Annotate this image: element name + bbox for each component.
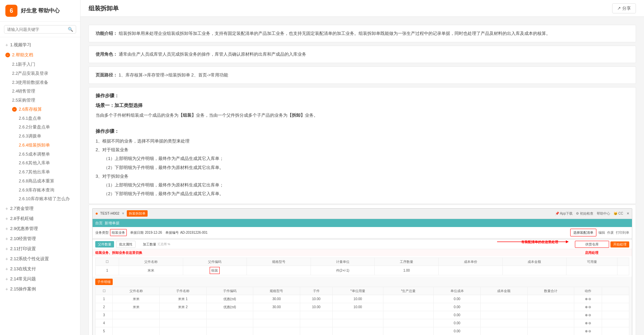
cell-cost-total (502, 266, 567, 275)
case-expand-icon: + (5, 286, 8, 292)
main-content: 组装拆卸单 ↗ 分享 功能介绍： 组装拆卸单用来处理企业组装或拆卸等加工业务，支… (80, 0, 644, 335)
sidebar-item-case[interactable]: + 2.15操作案例 (0, 284, 80, 294)
child-col-child: 子件名称 (159, 287, 206, 295)
col-available: 可用量 (567, 258, 618, 266)
sidebar-item-finance[interactable]: + 2.7资金管理 (0, 204, 80, 214)
chrome-close: ✕ (627, 211, 629, 216)
custom-expand-icon: + (5, 256, 8, 262)
sidebar-item-print[interactable]: + 2.11打印设置 (0, 244, 80, 254)
sidebar-item-inventory[interactable]: − 2.6库存核算 (9, 105, 80, 114)
chrome-logo: ● (95, 210, 98, 218)
search-input[interactable] (7, 27, 68, 32)
child-table-container: 子件明细 ☐ 父件名称 子件名称 子件编码 规格型号 子件 *单位用量 (93, 277, 632, 335)
cell-count: 1.00 (375, 266, 439, 275)
sidebar-item-ops[interactable]: + 2.10经营管理 (0, 234, 80, 244)
form-num-field: 单据编号 AD-20191226-001 (165, 230, 208, 235)
qty-hint: 汇总用 % (158, 242, 170, 247)
sidebar-item-inventory-label: 2.6库存核算 (19, 106, 42, 113)
form-date-field: 单据日期 2019-12-26 (130, 230, 162, 235)
sidebar-item-faq[interactable]: + 2.14常见问题 (0, 274, 80, 284)
parent-table: ☐ 父件名称 父件编码 规格型号 计量单位 工序数量 成本单价 成本金额 可用量 (95, 258, 629, 275)
annotation-top: 有装配清单的在这里处理 (93, 238, 632, 240)
tab-inactive: 批次属性 (116, 241, 136, 248)
col-ops (617, 258, 629, 266)
action-print: 打印到单 (616, 230, 629, 235)
child-col-parent: 父件名称 (113, 287, 160, 295)
cell-name: 米米 (119, 266, 183, 275)
print-expand-icon: + (5, 246, 8, 252)
cell-check: 1 (96, 266, 119, 275)
inventory-bullet: − (12, 107, 17, 112)
sidebar-item-costadj[interactable]: 2.6.5成本调整单 (16, 150, 80, 159)
sidebar-item-otherout[interactable]: 2.6.7其他出库单 (16, 168, 80, 177)
sidebar-item-ledgererror[interactable]: 2.6.10库存账本错了怎么办 (16, 194, 80, 204)
col-totalcost: 成本金额 (502, 258, 567, 266)
sidebar-item-newbie[interactable]: 2.1新手入门 (9, 60, 80, 69)
sidebar-item-stocktake[interactable]: 2.6.1盘点单 (16, 114, 80, 123)
share-label: 分享 (622, 5, 631, 11)
sidebar-item-sales[interactable]: 2.4销售管理 (9, 87, 80, 96)
faq-expand-icon: + (5, 276, 8, 282)
sidebar-item-payment[interactable]: + 2.13在线支付 (0, 264, 80, 274)
sidebar-item-adjust[interactable]: 2.6.3调拨单 (16, 132, 80, 141)
sidebar-item-video[interactable]: + 1.视频学习 (0, 40, 80, 50)
screenshot-mock: ● TEST-H002 ▼ 拆装拆卸单 📌 App下载 ⚙ 初始检查 帮助中心 … (92, 208, 632, 335)
col-parent-code: 父件编码 (183, 258, 247, 266)
type-input: 组装业务 (110, 229, 127, 236)
sidebar-item-ops-label: 2.10经营管理 (10, 236, 36, 242)
qty-field: 加工数量 汇总用 % (143, 241, 170, 247)
sidebar-item-data[interactable]: 2.3使用前数据准备 (9, 78, 80, 87)
sidebar-item-otherin[interactable]: 2.6.6其他入库单 (16, 159, 80, 168)
sidebar-item-ledger[interactable]: 2.6.9库存账本查询 (16, 186, 80, 195)
child-col-cost1: 单位成本 (434, 287, 481, 295)
parent-row-1: 1 米米 组装 件(2+/-1) 1.00 (96, 266, 629, 275)
sidebar-item-purchase[interactable]: 2.5采购管理 (9, 96, 80, 105)
action-delete: 作废 (607, 230, 614, 235)
path-text: 1、库存核算->库存管理->组装拆卸单 2、首页->常用功能 (119, 72, 228, 77)
nav-home: 自页 (95, 220, 103, 226)
sidebar-item-coupon[interactable]: + 2.9优惠券管理 (0, 224, 80, 234)
type-label: 业务类型 (95, 230, 109, 235)
search-icon: 🔍 (68, 27, 73, 32)
sidebar-item-assembly[interactable]: 2.6.4组装拆卸单 (16, 141, 80, 150)
sidebar-item-custom[interactable]: + 2.12系统个性化设置 (0, 254, 80, 264)
sidebar-item-splitstocktake[interactable]: 2.6.2分量盘点单 (16, 123, 80, 132)
step2: 2、对于组装业务 (96, 146, 629, 154)
sidebar-item-costrecalc[interactable]: 2.6.8商品成本重算 (16, 177, 80, 186)
search-box[interactable]: 🔍 (4, 25, 76, 34)
col-spec: 规格型号 (247, 258, 311, 266)
form-type-field: 业务类型 组装业务 (95, 229, 127, 236)
child-col-avail: 数量合计 (527, 287, 574, 295)
child-row-3: 3 0.00 ⊕ ⊖ (96, 311, 629, 319)
share-button[interactable]: ↗ 分享 (612, 3, 636, 13)
logo-area: 6 好生意 帮助中心 (0, 0, 80, 22)
child-col-childcode: 子件编码 (206, 287, 253, 295)
app-navbar: 自页 新增单据 (93, 219, 632, 227)
chrome-arrow: ▼ (121, 211, 125, 216)
search-area: 🔍 (0, 22, 80, 37)
steps-block: 操作步骤： 场景一：加工类型选择 当由多个子件材料组装成一个成品的业务为【组装】… (89, 87, 636, 204)
chrome-user: 🐱 CC (613, 211, 623, 216)
form-header: 业务类型 组装业务 单据日期 2019-12-26 单据编号 AD-201912… (93, 227, 632, 238)
sidebar-item-finance-label: 2.7资金管理 (10, 206, 34, 212)
child-col-cost2: 成本金额 (480, 287, 527, 295)
sidebar-item-payment-label: 2.13在线支付 (10, 266, 36, 272)
app-name: 好生意 帮助中心 (21, 7, 60, 14)
inventory-subnav: 2.6.1盘点单 2.6.2分量盘点单 2.6.3调拨单 2.6.4组装拆卸单 … (9, 114, 80, 204)
chrome-title: TEST-H002 (100, 210, 119, 217)
chrome-new-btn: 拆装拆卸单 (127, 210, 148, 217)
scene1-desc: 当由多个子件材料组装成一个成品的业务为【组装】业务，当由一个父件拆分成多个子产品… (96, 112, 629, 119)
sidebar-item-install[interactable]: 2.2产品安装及登录 (9, 69, 80, 78)
scene1-title: 场景一：加工类型选择 (96, 102, 629, 110)
cell-avail (567, 266, 618, 275)
sidebar-item-docs[interactable]: − 2.帮助文档 (0, 50, 80, 60)
chrome-right: 📌 App下载 ⚙ 初始检查 帮助中心 🐱 CC ✕ (555, 211, 629, 216)
sidebar-item-coupon-label: 2.9优惠券管理 (10, 226, 38, 232)
sidebar-item-mobile[interactable]: + 2.8手机旺铺 (0, 214, 80, 224)
finance-expand-icon: + (5, 206, 8, 211)
step1: 1、根据不同的业务，选择不同单据的类型来处理 (96, 137, 629, 145)
num-value: AD-20191226-001 (180, 230, 208, 235)
qty-label: 加工数量 (143, 241, 156, 247)
sidebar-item-data-label: 2.3使用前数据准备 (12, 79, 48, 86)
child-col-qty2: *生产总量 (383, 287, 434, 295)
